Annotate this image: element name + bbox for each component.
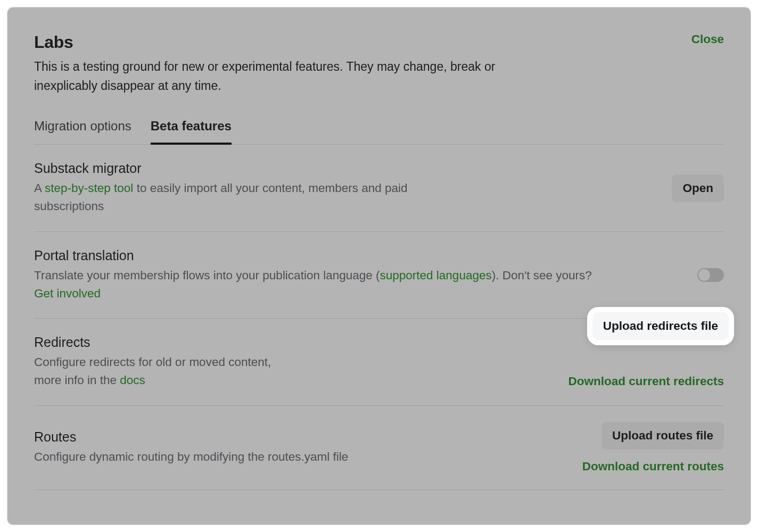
page-title: Labs [34,32,73,52]
panel-header: Labs Close [34,32,724,52]
upload-redirects-button[interactable]: Upload redirects file [592,312,729,340]
section-desc-portal: Translate your membership flows into you… [34,267,593,303]
step-by-step-link[interactable]: step-by-step tool [45,181,133,195]
desc-text: ). Don't see yours? [492,269,592,282]
desc-text: Configure redirects for old or moved con… [34,355,271,369]
docs-link[interactable]: docs [120,373,145,387]
section-title-redirects: Redirects [34,335,271,350]
section-content: Portal translation Translate your member… [34,248,593,303]
section-content: Routes Configure dynamic routing by modi… [34,429,348,466]
section-content: Substack migrator A step-by-step tool to… [34,161,439,215]
download-redirects-link[interactable]: Download current redirects [568,375,724,388]
toggle-knob-icon [698,269,710,281]
supported-languages-link[interactable]: supported languages [380,269,492,282]
section-desc-redirects: Configure redirects for old or moved con… [34,353,271,389]
tab-beta-features[interactable]: Beta features [151,119,232,145]
desc-text: A [34,181,45,195]
close-link[interactable]: Close [691,32,724,46]
section-content: Redirects Configure redirects for old or… [34,335,271,389]
upload-routes-button[interactable]: Upload routes file [602,422,724,450]
section-desc-substack: A step-by-step tool to easily import all… [34,179,439,215]
labs-panel: Labs Close This is a testing ground for … [7,7,751,525]
section-routes: Routes Configure dynamic routing by modi… [34,406,724,490]
download-routes-link[interactable]: Download current routes [582,460,724,473]
open-button[interactable]: Open [672,174,724,202]
spotlight: Upload redirects file [589,309,732,344]
section-title-portal: Portal translation [34,248,593,263]
section-substack: Substack migrator A step-by-step tool to… [34,145,724,232]
tabs: Migration options Beta features [34,119,724,145]
section-title-routes: Routes [34,429,348,445]
redirects-actions: Download current redirects [568,336,724,388]
tab-migration-options[interactable]: Migration options [34,119,131,144]
section-portal: Portal translation Translate your member… [34,232,724,319]
desc-text: more info in the [34,373,120,387]
section-title-substack: Substack migrator [34,161,439,176]
portal-translation-toggle[interactable] [697,268,724,282]
title-block: Labs [34,32,73,52]
get-involved-link[interactable]: Get involved [34,287,101,300]
desc-text: Translate your membership flows into you… [34,269,380,282]
section-desc-routes: Configure dynamic routing by modifying t… [34,448,348,466]
page-subtitle: This is a testing ground for new or expe… [34,57,524,95]
routes-actions: Upload routes file Download current rout… [582,422,724,473]
